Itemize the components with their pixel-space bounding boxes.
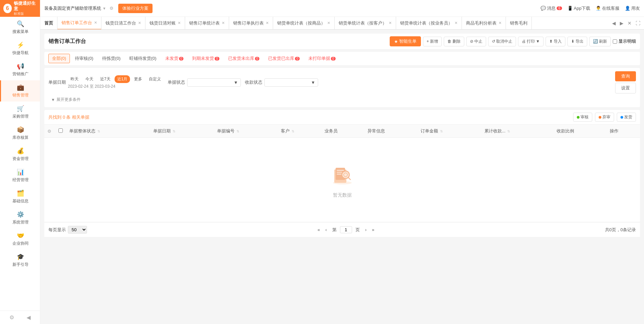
unconfirm-action-button[interactable]: 弃审 [595,113,614,122]
delete-button[interactable]: 🗑 删除 [444,37,464,46]
ftab-pending-review[interactable]: 待审核(0) [71,54,97,63]
sidebar-item-inventory[interactable]: 📦 库存核算 [0,123,40,144]
page-size-dropdown[interactable]: 50 20 100 [68,226,87,234]
close-tab-icon[interactable]: ✕ [499,21,502,25]
app-download-item[interactable]: 📱 App下载 [567,5,590,11]
tabs-close-all-icon[interactable]: ✕ [626,20,633,27]
sidebar-item-system[interactable]: ⚙️ 系统管理 [0,207,40,229]
ship-action-button[interactable]: 发货 [617,113,636,122]
tab-cash-reconcile[interactable]: 钱货日清对账 ✕ [145,17,185,30]
settings-icon[interactable]: ⚙ [9,314,14,321]
sort-icon[interactable]: ⇅ [97,129,100,133]
payment-select[interactable]: ▼ [264,78,318,87]
query-button[interactable]: 查询 [615,71,636,81]
review-action-button[interactable]: 审核 [573,113,592,122]
ftab-expired-not-shipped[interactable]: 到期未发货0 [188,54,223,63]
sys-title-dropdown[interactable]: 装备及固定资产辅助管理系统 ▼ [44,5,106,11]
tab-sales-workbench[interactable]: 销售订单工作台 ✕ [57,17,101,30]
sidebar-item-marketing[interactable]: 📢 营销推广 [0,59,40,80]
close-tab-icon[interactable]: ✕ [138,21,141,25]
sidebar-item-purchase[interactable]: 🛒 采购管理 [0,102,40,123]
close-tab-icon[interactable]: ✕ [389,21,392,25]
ftab-pending-inspect[interactable]: 待拣货(0) [98,54,124,63]
select-all-checkbox[interactable] [58,128,63,133]
settings-gear-icon[interactable]: ⚙ [110,6,114,11]
status-select[interactable]: ▼ [187,78,241,87]
collapse-icon[interactable]: ◀ [27,314,31,321]
tab-home[interactable]: 首页 [40,17,57,30]
ftab-shipped-not-out[interactable]: 已发货未出库0 [224,54,263,63]
expand-conditions-button[interactable]: ▼ 展开更多条件 [48,95,636,104]
date-shortcut-1month[interactable]: 近1月 [115,75,130,83]
cancel-suspend-icon: ↺ [492,39,495,44]
date-shortcut-custom[interactable]: 自定义 [146,75,164,83]
trial-button[interactable]: 体验行业方案 [118,4,153,13]
sort-icon[interactable]: ⇅ [440,129,443,133]
th-settings[interactable]: ⚙ [44,125,54,138]
ftab-not-printed[interactable]: 未打印单据0 [305,54,339,63]
sidebar-item-operations[interactable]: 📊 经营管理 [0,165,40,186]
tabs-scroll-right-icon[interactable]: ▶ [618,20,625,27]
online-service-item[interactable]: 👨‍💼 在线客服 [596,5,619,11]
tab-sales-summary-staff[interactable]: 销货单统计表（按业务员） ✕ [396,17,462,30]
prev-page-icon[interactable]: ‹ [323,227,329,233]
import-button[interactable]: ⬆ 导入 [546,37,565,46]
ftab-all[interactable]: 全部(0) [48,54,70,63]
print-arrow-icon: ▼ [536,39,540,44]
first-page-icon[interactable]: « [315,227,322,233]
tab-cash-daily[interactable]: 钱货日清工作台 ✕ [101,17,145,30]
date-shortcut-7days[interactable]: 近7天 [97,75,113,83]
export-button[interactable]: ⬇ 导出 [567,37,587,46]
tab-gross-margin[interactable]: 商品毛利分析表 ✕ [462,17,506,30]
th-number: 单据编号 ⇅ [214,125,278,138]
setting-button[interactable]: 设置 [615,83,636,93]
cancel-suspend-button[interactable]: ↺ 取消中止 [488,37,516,46]
sort-icon[interactable]: ⇅ [292,129,294,133]
tab-sales-summary-customer[interactable]: 销货单统计表（按客户） ✕ [335,17,396,30]
sidebar-item-search[interactable]: 🔍 搜索菜单 [0,17,40,38]
date-shortcut-yesterday[interactable]: 昨天 [68,75,81,83]
tab-sales-stat[interactable]: 销售订单统计表 ✕ [185,17,229,30]
date-shortcut-more[interactable]: 更多 [131,75,145,83]
close-tab-icon[interactable]: ✕ [327,21,330,25]
sidebar-item-newbie[interactable]: 🎓 新手引导 [0,250,40,271]
message-item[interactable]: 💬 消息 6 [541,5,562,11]
ftab-wangpu-pending[interactable]: 旺铺待发货(0) [126,54,160,63]
ftab-not-shipped[interactable]: 未发货0 [162,54,187,63]
close-tab-icon[interactable]: ✕ [266,21,269,25]
sort-icon[interactable]: ⇅ [507,129,510,133]
tabs-fullscreen-icon[interactable]: ⛶ [634,20,642,27]
sort-icon[interactable]: ⇅ [173,129,175,133]
ftab-shipped-out[interactable]: 已发货已出库0 [264,54,303,63]
page-number-input[interactable] [340,226,352,233]
tabs-scroll-left-icon[interactable]: ◀ [610,20,617,27]
tab-sales-summary-product[interactable]: 销货单统计表（按商品） ✕ [273,17,335,30]
print-button[interactable]: 🖨 打印 ▼ [518,37,544,46]
close-tab-icon[interactable]: ✕ [178,21,181,25]
sidebar-item-sales[interactable]: 💼 销售管理 [0,80,40,102]
refresh-button[interactable]: 🔄 刷新 [589,37,611,46]
suspend-button[interactable]: ⊘ 中止 [466,37,486,46]
next-page-icon[interactable]: › [363,227,369,233]
th-checkbox[interactable] [54,125,67,138]
user-item[interactable]: 👤 用友 [625,5,640,11]
last-page-icon[interactable]: » [370,227,376,233]
tab-sales-exec[interactable]: 销售订单执行表 ✕ [229,17,273,30]
sidebar-item-finance[interactable]: 💰 资金管理 [0,144,40,165]
close-tab-icon[interactable]: ✕ [94,21,97,25]
payment-filter-item: 收款状态 ▼ [245,78,318,87]
sidebar-item-label: 营销推广 [12,71,29,77]
sort-icon[interactable]: ⇅ [237,129,239,133]
show-detail-checkbox-label[interactable]: 显示明细 [613,38,636,44]
tab-sales-profit[interactable]: 销售毛利 [506,17,532,30]
sidebar-item-quicknav[interactable]: ⚡ 快捷导航 [0,38,40,59]
date-shortcut-today[interactable]: 今天 [83,75,96,83]
show-detail-checkbox[interactable] [613,39,617,44]
sidebar-item-enterprise[interactable]: 🤝 企业协同 [0,229,40,250]
close-tab-icon[interactable]: ✕ [222,21,225,25]
smart-gen-button[interactable]: ★ 智能生单 [390,36,421,46]
close-tab-icon[interactable]: ✕ [455,21,458,25]
sidebar-item-baseinfo[interactable]: 🗂️ 基础信息 [0,186,40,207]
table-body: 暂无数据 [44,138,640,222]
add-button[interactable]: + 新增 [423,37,442,46]
